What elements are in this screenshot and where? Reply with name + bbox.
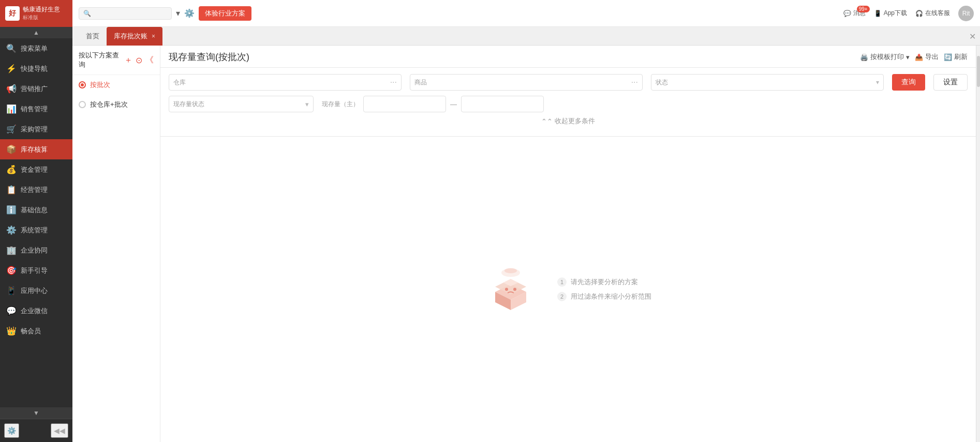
top-bar: 🔍 ▾ ⚙️ 体验行业方案 💬 消息 99+ 📱 App下载 🎧 在线客服 [72, 0, 980, 27]
gear-btn[interactable]: ▾ [176, 8, 180, 18]
export-btn[interactable]: 📤 导出 [915, 52, 939, 62]
settings-btn[interactable]: 设置 [933, 74, 968, 91]
sidebar-item-search[interactable]: 🔍 搜索菜单 [0, 38, 72, 58]
filter-panel-actions: ＋ ⊙ 《 [124, 55, 154, 66]
filter-option-by-batch[interactable]: 按批次 [72, 75, 160, 95]
sidebar-item-inventory[interactable]: 📦 库存核算 [0, 139, 72, 159]
sidebar-item-newuser[interactable]: 🎯 新手引导 [0, 260, 72, 281]
sidebar-item-finance[interactable]: 💰 资金管理 [0, 159, 72, 180]
inventory-status-dropdown-icon: ▾ [305, 100, 309, 108]
settings-footer-btn[interactable]: ⚙️ [4, 423, 19, 438]
tab-home[interactable]: 首页 [79, 28, 107, 44]
sidebar-item-sales[interactable]: 📊 销售管理 [0, 99, 72, 119]
settings-icon-btn[interactable]: ⚙️ [184, 8, 195, 18]
inventory-status-field[interactable]: 现存量状态 ▾ [169, 96, 314, 112]
close-all-tabs-btn[interactable]: ✕ [969, 31, 976, 41]
product-more-btn[interactable]: ··· [631, 78, 638, 87]
status-field: 状态 ▾ [651, 74, 884, 91]
status-input[interactable]: 状态 ▾ [651, 74, 884, 91]
top-search-bar[interactable]: 🔍 [79, 7, 172, 20]
collapse-sidebar-btn[interactable]: ◀◀ [51, 423, 68, 438]
sidebar-scroll-down[interactable]: ▼ [0, 407, 72, 419]
sidebar-item-system[interactable]: ⚙️ 系统管理 [0, 220, 72, 240]
sidebar-item-label: 采购管理 [21, 125, 66, 134]
right-scrollbar[interactable] [976, 46, 980, 442]
sidebar-item-enterprise[interactable]: 🏢 企业协同 [0, 240, 72, 260]
enterprise-icon: 🏢 [6, 245, 17, 255]
tip-text-1: 请先选择要分析的方案 [571, 277, 638, 287]
export-icon: 📤 [915, 53, 923, 61]
product-field: 商品 ··· [410, 74, 643, 91]
app-download-btn[interactable]: 📱 App下载 [874, 9, 907, 18]
page-area: 按以下方案查询 ＋ ⊙ 《 按批次 按仓库+批次 现存量查询(按批次) [72, 46, 980, 442]
filter-settings-btn[interactable]: ⊙ [136, 55, 142, 65]
experience-btn[interactable]: 体验行业方案 [199, 6, 251, 21]
inventory-icon: 📦 [6, 144, 17, 154]
sidebar-scroll-up[interactable]: ▲ [0, 27, 72, 38]
tab-label: 库存批次账 [114, 32, 147, 41]
app-logo: 好 [5, 6, 20, 21]
sidebar-item-vip[interactable]: 👑 畅会员 [0, 321, 72, 341]
filter-option-label: 按仓库+批次 [90, 100, 128, 109]
app-version: 标准版 [23, 14, 60, 21]
sidebar-item-appcenter[interactable]: 📱 应用中心 [0, 281, 72, 301]
message-badge: 99+ [857, 6, 870, 12]
basic-icon: ℹ️ [6, 205, 17, 215]
warehouse-input[interactable]: 仓库 ··· [169, 74, 402, 91]
sidebar-item-marketing[interactable]: 📢 营销推广 [0, 79, 72, 99]
message-btn[interactable]: 💬 消息 99+ [843, 9, 866, 18]
sales-icon: 📊 [6, 104, 17, 114]
user-profile-btn[interactable]: Rit [958, 6, 974, 21]
inventory-qty-min[interactable] [363, 96, 446, 112]
refresh-btn[interactable]: 🔄 刷新 [944, 52, 968, 62]
online-service-label: 在线客服 [925, 9, 950, 18]
refresh-label: 刷新 [954, 52, 968, 62]
filter-row-2: 现存量状态 ▾ 现存量（主） — [169, 96, 968, 112]
filter-form: 仓库 ··· 商品 ··· 状态 ▾ [160, 68, 976, 137]
top-bar-right: 💬 消息 99+ 📱 App下载 🎧 在线客服 Rit [843, 6, 974, 21]
inventory-status-label: 现存量状态 [173, 100, 305, 109]
marketing-icon: 📢 [6, 84, 17, 94]
radio-by-batch [79, 81, 86, 89]
sidebar-item-operations[interactable]: 📋 经营管理 [0, 180, 72, 200]
search-icon: 🔍 [83, 10, 91, 17]
status-label: 状态 [656, 78, 876, 87]
wechat-icon: 💬 [6, 306, 17, 316]
user-name: Rit [962, 10, 970, 17]
query-btn[interactable]: 查询 [892, 74, 925, 91]
system-icon: ⚙️ [6, 225, 17, 235]
filter-option-by-warehouse-batch[interactable]: 按仓库+批次 [72, 95, 160, 114]
sidebar-item-wechat[interactable]: 💬 企业微信 [0, 301, 72, 321]
inventory-qty-max[interactable] [461, 96, 544, 112]
online-service-btn[interactable]: 🎧 在线客服 [915, 9, 950, 18]
collapse-filter-btn[interactable]: 《 [145, 55, 154, 66]
purchase-icon: 🛒 [6, 124, 17, 134]
sidebar-item-label: 快捷导航 [21, 64, 66, 73]
chevron-up-icon: ⌃⌃ [541, 117, 553, 125]
top-bar-left: 🔍 ▾ ⚙️ 体验行业方案 [79, 6, 839, 21]
sidebar-item-purchase[interactable]: 🛒 采购管理 [0, 119, 72, 139]
warehouse-more-btn[interactable]: ··· [390, 78, 397, 87]
print-btn[interactable]: 🖨️ 按模板打印 ▾ [860, 52, 910, 62]
tab-inventory-batch[interactable]: 库存批次账 × [107, 27, 162, 46]
collapse-more-btn[interactable]: ⌃⌃ 收起更多条件 [169, 112, 968, 130]
add-filter-btn[interactable]: ＋ [124, 55, 132, 66]
tab-close-icon[interactable]: × [152, 33, 155, 40]
print-label: 按模板打印 [870, 52, 904, 62]
sidebar-item-label: 新手引导 [21, 266, 66, 275]
print-dropdown-icon: ▾ [906, 53, 910, 61]
quicknav-icon: ⚡ [6, 64, 17, 73]
home-label: 首页 [86, 32, 99, 40]
sidebar-item-label: 销售管理 [21, 105, 66, 114]
appcenter-icon: 📱 [6, 286, 17, 296]
qty-dash: — [450, 100, 457, 108]
refresh-icon: 🔄 [944, 53, 952, 61]
product-input[interactable]: 商品 ··· [410, 74, 643, 91]
tab-bar: 首页 库存批次账 × ✕ [72, 27, 980, 46]
sidebar-item-quicknav[interactable]: ⚡ 快捷导航 [0, 58, 72, 79]
svg-point-6 [513, 288, 516, 291]
empty-tips: 1 请先选择要分析的方案 2 用过滤条件来缩小分析范围 [557, 277, 651, 301]
sidebar-item-basic[interactable]: ℹ️ 基础信息 [0, 200, 72, 220]
search-icon: 🔍 [6, 43, 17, 53]
content-area: 现存量查询(按批次) 🖨️ 按模板打印 ▾ 📤 导出 🔄 刷新 [160, 46, 976, 442]
